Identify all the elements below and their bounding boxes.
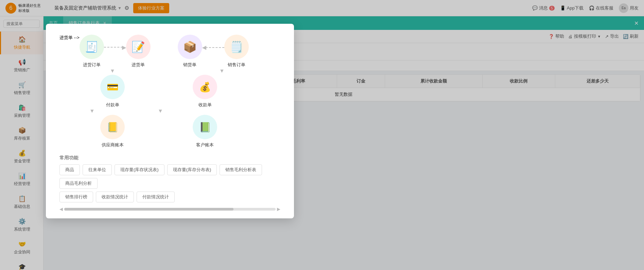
btn-payment-stats[interactable]: 付款情况统计 (137, 192, 175, 202)
sales-bill-circle: 📦 (178, 35, 202, 59)
btn-goods[interactable]: 商品 (59, 164, 80, 175)
customer-ledger-label: 客户账本 (196, 142, 214, 148)
scroll-left-icon[interactable]: ◀ (59, 206, 63, 212)
payment-circle: 💳 (100, 75, 125, 99)
flow-row-5: 📒 供应商账本 📗 客户账本 (59, 115, 280, 148)
flow-node-receipt[interactable]: 💰 收款单 (193, 75, 217, 108)
arrow-purchase-order-to-bill: ▶ (104, 44, 126, 51)
btn-inventory-status[interactable]: 现存量(库存状况表) (115, 164, 164, 175)
arrow-sales-order-to-bill: ▶ (202, 44, 224, 51)
flow-row-1-right: 📦 销货单 ▶ 🗒️ 销售订单 (178, 35, 249, 68)
common-buttons-row: 商品 往来单位 现存量(库存状况表) 现存量(库存分布表) 销售毛利分析表 商品… (59, 164, 280, 189)
flow-row-3: 💳 付款单 💰 收款单 (59, 75, 280, 108)
modal-scrollbar-area: ◀ ▶ (59, 206, 280, 212)
supplier-ledger-label: 供应商账本 (102, 142, 124, 148)
flow-node-purchase-bill[interactable]: 📝 进货单 (126, 35, 151, 68)
arrow-down-payment: ▼ (59, 108, 125, 114)
customer-ledger-circle: 📗 (193, 115, 217, 139)
scrollbar-track[interactable] (64, 208, 276, 211)
purchase-order-circle: 🧾 (80, 35, 104, 59)
flow-row-4-arrows: ▼ ▼ (59, 108, 280, 114)
quick-nav-modal: 进货单 --> 🧾 进货订单 ▶ 📝 进货单 (46, 24, 294, 218)
flow-row-1-left: 🧾 进货订单 ▶ 📝 进货单 (80, 35, 151, 68)
btn-inventory-dist[interactable]: 现存量(库存分布表) (167, 164, 217, 175)
purchase-bill-circle: 📝 (126, 35, 151, 59)
btn-contacts[interactable]: 往来单位 (83, 164, 112, 175)
btn-goods-profit[interactable]: 商品毛利分析 (59, 178, 98, 189)
btn-receipt-stats[interactable]: 收款情况统计 (96, 192, 134, 202)
scroll-right-icon[interactable]: ▶ (277, 206, 280, 212)
receipt-label: 收款单 (198, 102, 212, 108)
common-buttons-row-2: 销售排行榜 收款情况统计 付款情况统计 (59, 192, 280, 202)
sales-order-label: 销售订单 (228, 62, 245, 68)
btn-sales-rank[interactable]: 销售排行榜 (59, 192, 93, 202)
flow-row-2-arrows: ▼ ▼ (59, 68, 280, 74)
scrollbar-thumb[interactable] (64, 208, 233, 211)
sales-bill-label: 销货单 (183, 62, 196, 68)
flow-node-customer-ledger[interactable]: 📗 客户账本 (193, 115, 217, 148)
purchase-order-label: 进货订单 (83, 62, 101, 68)
purchase-bill-label: 进货单 (132, 62, 145, 68)
flow-diagram: 进货单 --> 🧾 进货订单 ▶ 📝 进货单 (59, 35, 280, 148)
arrow-down-receipt: ▼ (125, 108, 196, 114)
flow-node-supplier-ledger[interactable]: 📒 供应商账本 (100, 115, 125, 148)
flow-node-sales-order[interactable]: 🗒️ 销售订单 (224, 35, 249, 68)
arrow-down-sales: ▼ (210, 68, 234, 74)
arrow-down-purchase: ▼ (100, 68, 125, 74)
common-functions-title: 常用功能 (59, 155, 280, 161)
payment-label: 付款单 (106, 102, 119, 108)
sales-order-circle: 🗒️ (224, 35, 249, 59)
common-functions-section: 常用功能 商品 往来单位 现存量(库存状况表) 现存量(库存分布表) 销售毛利分… (59, 155, 280, 202)
flow-node-sales-bill[interactable]: 📦 销货单 (178, 35, 202, 68)
supplier-ledger-circle: 📒 (100, 115, 125, 139)
receipt-circle: 💰 (193, 75, 217, 99)
flow-node-purchase-order[interactable]: 🧾 进货订单 (80, 35, 104, 68)
btn-sales-profit[interactable]: 销售毛利分析表 (220, 164, 262, 175)
flow-node-payment[interactable]: 💳 付款单 (100, 75, 125, 108)
